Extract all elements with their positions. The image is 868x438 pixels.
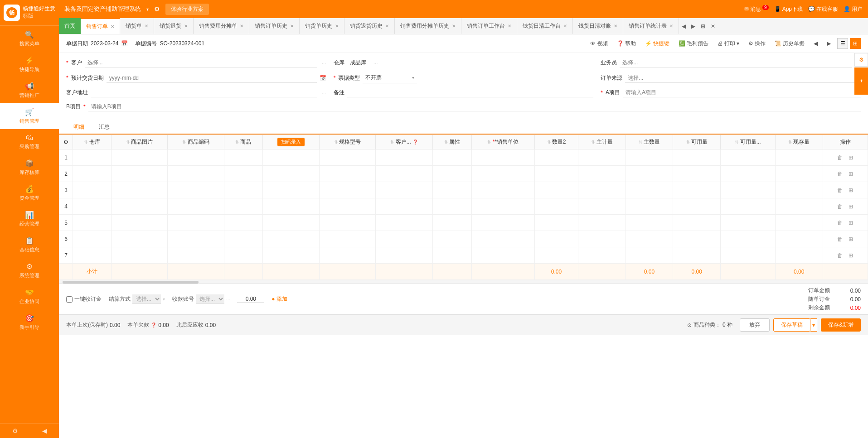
online-service-item[interactable]: 💬 在线客服 [808, 5, 838, 13]
list-view-btn[interactable]: ☰ [837, 38, 848, 49]
tab-close-sales-workbench[interactable]: ✕ [508, 24, 511, 29]
grid-view-btn[interactable]: ⊞ [850, 38, 861, 49]
preview-action[interactable]: 👁 视频 [587, 39, 611, 48]
nav-next-action[interactable]: ▶ [824, 39, 834, 48]
address-dots[interactable]: ··· [322, 90, 326, 96]
delivery-calendar-icon[interactable]: 📅 [320, 75, 326, 81]
row-delete-btn[interactable]: 🗑 [835, 186, 844, 195]
row-copy-btn[interactable]: ⊞ [846, 235, 855, 244]
tab-close-all-btn[interactable]: ✕ [708, 18, 718, 34]
tab-home[interactable]: 首页 [59, 18, 81, 34]
sidebar-item-finance[interactable]: 💰 资金管理 [0, 180, 59, 206]
row-delete-btn[interactable]: 🗑 [835, 251, 844, 260]
save-draft-dropdown-btn[interactable]: ▾ [810, 318, 817, 332]
row-delete-btn[interactable]: 🗑 [835, 218, 844, 227]
operations-action[interactable]: ⚙ 操作 [746, 39, 768, 48]
tab-close-sales-order[interactable]: ✕ [111, 24, 114, 29]
tab-sales-goods-history[interactable]: 销货单历史 ✕ [300, 18, 344, 34]
tab-close-cash-daily[interactable]: ✕ [563, 24, 567, 29]
sidebar-item-operations[interactable]: 📊 经营管理 [0, 206, 59, 232]
tab-cash-reconcile[interactable]: 钱货日清对账 ✕ [573, 18, 623, 34]
sidebar-item-purchase[interactable]: 🛍 采购管理 [0, 129, 59, 154]
row-copy-btn[interactable]: ⊞ [846, 186, 855, 195]
salesperson-input[interactable] [620, 58, 852, 67]
sidebar-item-quick-nav[interactable]: ⚡ 快捷导航 [0, 52, 59, 77]
add-receipt-btn[interactable]: ● 添加 [272, 295, 287, 303]
delivery-date-input[interactable] [107, 73, 317, 83]
current-debt-info-icon[interactable]: ❓ [151, 322, 156, 327]
b-project-input[interactable] [88, 102, 861, 111]
tab-next-btn[interactable]: ▶ [689, 18, 698, 34]
quick-payment-checkbox[interactable] [66, 296, 73, 303]
row-delete-btn[interactable]: 🗑 [835, 153, 844, 162]
sidebar-item-search[interactable]: 🔍 搜索菜单 [0, 26, 59, 52]
receipt-amount-input[interactable] [237, 296, 264, 303]
scan-entry-btn[interactable]: 扫码录入 [277, 138, 305, 146]
tab-sales-stats[interactable]: 销售订单统计表 ✕ [623, 18, 679, 34]
tab-close-sales-return-history[interactable]: ✕ [385, 24, 389, 29]
tab-detail[interactable]: 明细 [66, 120, 92, 135]
collapse-icon[interactable]: ◀ [42, 427, 47, 434]
row-delete-btn[interactable]: 🗑 [835, 169, 844, 178]
sidebar-item-basic-info[interactable]: 📋 基础信息 [0, 232, 59, 258]
user-item[interactable]: 👤 用户 [844, 5, 863, 13]
warehouse-dots[interactable]: ··· [373, 60, 378, 66]
remarks-input[interactable] [347, 88, 594, 97]
nav-prev-action[interactable]: ◀ [811, 39, 820, 48]
tab-sales-expense[interactable]: 销售费用分摊单 ✕ [194, 18, 249, 34]
tab-close-sales-return[interactable]: ✕ [184, 24, 188, 29]
sidebar-item-system[interactable]: ⚙ 系统管理 [0, 258, 59, 284]
tab-sales-return-history[interactable]: 销货退货历史 ✕ [344, 18, 395, 34]
order-source-input[interactable] [625, 73, 861, 83]
receipt-account-select[interactable]: 选择... [196, 294, 224, 304]
customer-dots[interactable]: ··· [322, 60, 326, 66]
row-copy-btn[interactable]: ⊞ [846, 251, 855, 260]
col-settings[interactable]: ⚙ [59, 135, 73, 149]
tab-menu-btn[interactable]: ⊞ [698, 18, 708, 34]
row-copy-btn[interactable]: ⊞ [846, 202, 855, 211]
tab-cash-daily[interactable]: 钱货日清工作台 ✕ [517, 18, 573, 34]
tab-sales-goods[interactable]: 销货单 ✕ [120, 18, 154, 34]
customer-address-input[interactable] [91, 88, 317, 97]
row-copy-btn[interactable]: ⊞ [846, 169, 855, 178]
profit-action[interactable]: 💹 毛利预告 [676, 39, 711, 48]
sidebar-item-sales[interactable]: 🛒 销售管理 [0, 103, 59, 129]
tab-sales-return[interactable]: 销货退货 ✕ [154, 18, 194, 34]
message-item[interactable]: ✉ 消息 9 [744, 5, 769, 13]
tab-sales-order[interactable]: 销售订单 ✕ [81, 18, 120, 34]
tab-close-sales-goods-history[interactable]: ✕ [335, 24, 339, 29]
plan-button[interactable]: 体验行业方案 [165, 4, 209, 15]
save-new-button[interactable]: 保存&新增 [821, 318, 861, 332]
tab-close-sales-expense-history[interactable]: ✕ [452, 24, 456, 29]
tab-close-cash-reconcile[interactable]: ✕ [614, 24, 617, 29]
table-scrollbar[interactable] [59, 280, 868, 284]
row-delete-btn[interactable]: 🗑 [835, 235, 844, 244]
tab-close-sales-expense[interactable]: ✕ [240, 24, 243, 29]
system-dropdown-icon[interactable]: ▾ [146, 7, 149, 12]
payment-method-select[interactable]: 选择... [132, 294, 161, 304]
sidebar-item-guide[interactable]: 🎯 新手引导 [0, 309, 59, 335]
shortcuts-action[interactable]: ⚡ 快捷键 [642, 39, 672, 48]
invoice-type-select[interactable]: 不开票 ▾ [363, 72, 417, 83]
calendar-icon[interactable]: 📅 [121, 40, 128, 47]
float-add-item-btn[interactable]: + [854, 67, 868, 95]
discard-button[interactable]: 放弃 [740, 318, 770, 332]
row-delete-btn[interactable]: 🗑 [835, 202, 844, 211]
sidebar-item-marketing[interactable]: 📢 营销推广 [0, 77, 59, 103]
tab-summary[interactable]: 汇总 [92, 120, 117, 134]
float-settings-btn[interactable]: ⚙ [854, 53, 868, 67]
tab-close-sales-stats[interactable]: ✕ [669, 24, 673, 29]
tab-sales-order-history[interactable]: 销售订单历史 ✕ [249, 18, 300, 34]
app-download-item[interactable]: 📱 App下载 [774, 5, 803, 13]
print-action[interactable]: 🖨 打印 ▾ [715, 39, 742, 48]
history-action[interactable]: 📜 历史单据 [772, 39, 807, 48]
tab-prev-btn[interactable]: ◀ [679, 18, 689, 34]
tab-sales-workbench[interactable]: 销售订单工作台 ✕ [461, 18, 517, 34]
sidebar-item-inventory[interactable]: 📦 库存核算 [0, 154, 59, 180]
settings-bottom-icon[interactable]: ⚙ [12, 427, 18, 434]
a-project-input[interactable] [623, 88, 861, 97]
sidebar-item-enterprise[interactable]: 🤝 企业协同 [0, 284, 59, 309]
scroll-thumb[interactable] [63, 281, 199, 284]
customer-input[interactable] [85, 58, 317, 67]
row-copy-btn[interactable]: ⊞ [846, 218, 855, 227]
